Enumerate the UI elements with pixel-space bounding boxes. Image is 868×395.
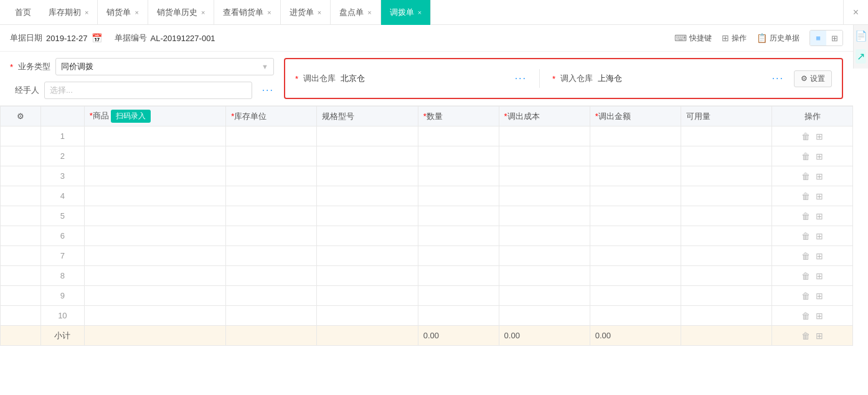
row-spec-cell[interactable] [317,246,418,266]
shortcut-button[interactable]: ⌨ 快捷键 [674,33,712,44]
row-unit-cell[interactable] [226,246,317,266]
row-avail-cell[interactable] [681,226,771,246]
row-product-cell[interactable] [84,186,225,206]
window-close-button[interactable]: × [843,0,868,25]
scan-button[interactable]: 扫码录入 [111,110,151,123]
row-cost-cell[interactable] [499,126,590,146]
row-avail-cell[interactable] [681,206,771,226]
inventory-check-close[interactable]: × [367,9,371,16]
purchase-tab[interactable]: 进货单 × [281,0,331,25]
row-product-cell[interactable] [84,306,225,326]
row-cost-cell[interactable] [499,186,590,206]
delete-row-icon[interactable]: 🗑 [801,151,810,161]
row-qty-cell[interactable] [418,206,499,226]
col-gear-header[interactable]: ⚙ [1,107,41,126]
copy-row-icon[interactable]: ⊞ [816,291,823,301]
row-cost-cell[interactable] [499,306,590,326]
copy-row-icon[interactable]: ⊞ [816,271,823,281]
copy-row-icon[interactable]: ⊞ [816,211,823,221]
row-qty-cell[interactable] [418,246,499,266]
inventory-init-tab[interactable]: 库存期初 × [40,0,98,25]
copy-row-icon[interactable]: ⊞ [816,151,823,161]
row-spec-cell[interactable] [317,286,418,306]
inventory-check-tab[interactable]: 盘点单 × [331,0,380,25]
row-cost-cell[interactable] [499,226,590,246]
home-tab[interactable]: 首页 [6,7,40,18]
view-sales-tab[interactable]: 查看销货单 × [214,0,280,25]
copy-row-icon[interactable]: ⊞ [816,311,823,321]
row-avail-cell[interactable] [681,266,771,286]
row-amount-cell[interactable] [590,246,681,266]
row-qty-cell[interactable] [418,226,499,246]
row-unit-cell[interactable] [226,126,317,146]
row-spec-cell[interactable] [317,146,418,166]
row-avail-cell[interactable] [681,166,771,186]
row-product-cell[interactable] [84,206,225,226]
row-spec-cell[interactable] [317,206,418,226]
delete-row-icon[interactable]: 🗑 [801,211,810,221]
row-avail-cell[interactable] [681,146,771,166]
operations-button[interactable]: ⊞ 操作 [722,33,747,44]
row-qty-cell[interactable] [418,286,499,306]
delete-row-icon[interactable]: 🗑 [801,231,810,241]
delete-last-icon[interactable]: 🗑 [801,331,810,341]
row-product-cell[interactable] [84,146,225,166]
row-cost-cell[interactable] [499,146,590,166]
row-amount-cell[interactable] [590,206,681,226]
copy-row-icon[interactable]: ⊞ [816,131,823,141]
row-amount-cell[interactable] [590,286,681,306]
row-qty-cell[interactable] [418,306,499,326]
handler-more-icon[interactable]: ··· [262,85,274,96]
row-product-cell[interactable] [84,126,225,146]
row-cost-cell[interactable] [499,266,590,286]
row-unit-cell[interactable] [226,206,317,226]
row-product-cell[interactable] [84,266,225,286]
copy-row-icon[interactable]: ⊞ [816,171,823,181]
side-doc-icon[interactable]: 📄 [855,30,867,42]
inventory-init-close[interactable]: × [85,9,88,16]
row-product-cell[interactable] [84,246,225,266]
row-avail-cell[interactable] [681,286,771,306]
business-type-select[interactable]: 同价调拨 ▼ [55,58,274,75]
row-cost-cell[interactable] [499,206,590,226]
row-unit-cell[interactable] [226,166,317,186]
row-qty-cell[interactable] [418,186,499,206]
row-qty-cell[interactable] [418,126,499,146]
delete-row-icon[interactable]: 🗑 [801,171,810,181]
delete-row-icon[interactable]: 🗑 [801,291,810,301]
row-spec-cell[interactable] [317,266,418,286]
row-unit-cell[interactable] [226,286,317,306]
sales-order-tab[interactable]: 销货单 × [98,0,148,25]
row-unit-cell[interactable] [226,226,317,246]
row-spec-cell[interactable] [317,306,418,326]
column-settings-icon[interactable]: ⚙ [17,112,24,121]
row-product-cell[interactable] [84,286,225,306]
side-export-icon[interactable]: ↗ [856,49,866,64]
row-avail-cell[interactable] [681,186,771,206]
row-unit-cell[interactable] [226,266,317,286]
delete-row-icon[interactable]: 🗑 [801,251,810,261]
layout-grid-button[interactable]: ⊞ [826,31,842,45]
row-qty-cell[interactable] [418,166,499,186]
copy-row-icon[interactable]: ⊞ [816,251,823,261]
row-amount-cell[interactable] [590,266,681,286]
row-amount-cell[interactable] [590,146,681,166]
row-amount-cell[interactable] [590,306,681,326]
row-unit-cell[interactable] [226,306,317,326]
sales-order-close[interactable]: × [134,9,138,16]
sales-history-close[interactable]: × [201,9,205,16]
row-spec-cell[interactable] [317,166,418,186]
row-unit-cell[interactable] [226,186,317,206]
delete-row-icon[interactable]: 🗑 [801,271,810,281]
sales-history-tab[interactable]: 销货单历史 × [148,0,214,25]
row-unit-cell[interactable] [226,146,317,166]
in-warehouse-more-icon[interactable]: ··· [772,73,784,84]
out-warehouse-more-icon[interactable]: ··· [515,73,527,84]
row-product-cell[interactable] [84,166,225,186]
row-avail-cell[interactable] [681,246,771,266]
copy-row-icon[interactable]: ⊞ [816,191,823,201]
row-qty-cell[interactable] [418,266,499,286]
row-avail-cell[interactable] [681,126,771,146]
row-qty-cell[interactable] [418,146,499,166]
purchase-close[interactable]: × [318,9,321,16]
